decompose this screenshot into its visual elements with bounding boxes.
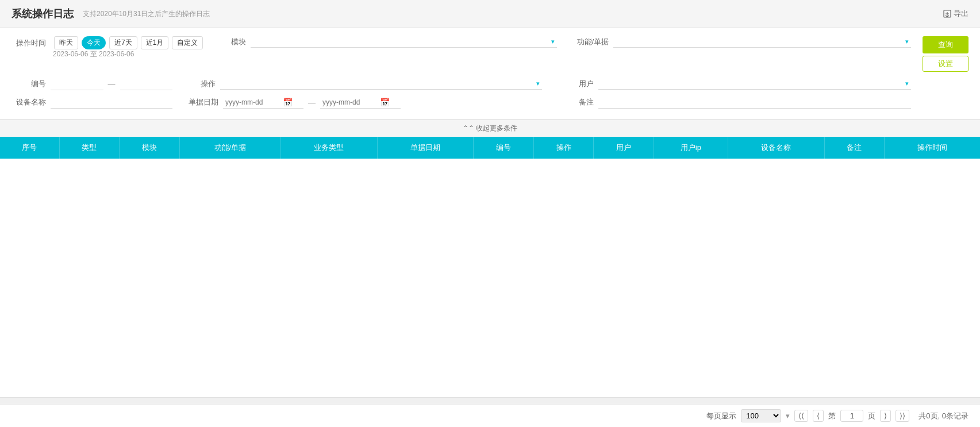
operation-dropdown[interactable]: ▾ xyxy=(220,78,542,90)
prev-page-button[interactable]: ⟨ xyxy=(813,410,824,422)
per-page-label: 每页显示 xyxy=(706,411,736,421)
page-unit: 页 xyxy=(868,411,875,421)
col-biz-type: 业务类型 xyxy=(281,137,378,159)
doc-date-to-wrapper: 📅 xyxy=(320,97,401,109)
no-input-from[interactable] xyxy=(51,78,103,90)
doc-date-separator: — xyxy=(308,98,316,107)
time-btn-today[interactable]: 今天 xyxy=(82,36,106,49)
no-input-to[interactable] xyxy=(120,78,173,90)
col-module: 模块 xyxy=(120,137,179,159)
col-user: 用户 xyxy=(594,137,654,159)
time-btn-custom[interactable]: 自定义 xyxy=(172,36,203,49)
time-btn-7days[interactable]: 近7天 xyxy=(109,36,137,49)
function-chevron-icon: ▾ xyxy=(905,38,909,45)
doc-date-from-wrapper: 📅 xyxy=(223,97,303,109)
remark-label: 备注 xyxy=(554,97,594,107)
calendar-to-icon[interactable]: 📅 xyxy=(380,98,390,107)
per-page-chevron-icon: ▾ xyxy=(786,411,790,420)
doc-date-to[interactable] xyxy=(322,98,380,106)
module-label: 模块 xyxy=(214,37,246,47)
col-device: 设备名称 xyxy=(728,137,824,159)
time-btn-yesterday[interactable]: 昨天 xyxy=(54,36,78,49)
settings-button[interactable]: 设置 xyxy=(923,56,969,72)
col-user-ip: 用户ip xyxy=(654,137,728,159)
user-label: 用户 xyxy=(554,79,594,89)
col-op-time: 操作时间 xyxy=(884,137,980,159)
date-range-display: 2023-06-06 至 2023-06-06 xyxy=(53,50,134,58)
collapse-icon: ⌃⌃ xyxy=(463,124,474,132)
no-label: 编号 xyxy=(11,79,46,89)
collapse-bar[interactable]: ⌃⌃ 收起更多条件 xyxy=(0,120,980,137)
time-label: 操作时间 xyxy=(11,38,46,48)
filter-area: 操作时间 昨天 今天 近7天 近1月 自定义 2023-06-06 至 2023… xyxy=(0,28,980,120)
col-remark: 备注 xyxy=(824,137,884,159)
total-info: 共0页, 0条记录 xyxy=(918,411,969,421)
empty-data-area xyxy=(0,159,980,343)
function-dropdown[interactable]: ▾ xyxy=(613,36,911,48)
operation-label: 操作 xyxy=(184,79,216,89)
horizontal-scrollbar[interactable] xyxy=(0,397,980,404)
col-seq: 序号 xyxy=(0,137,59,159)
first-page-button[interactable]: ⟨⟨ xyxy=(794,410,808,422)
remark-input[interactable] xyxy=(598,96,912,109)
calendar-from-icon[interactable]: 📅 xyxy=(283,98,293,107)
footer-bar: 每页显示 100 10 20 50 200 ▾ ⟨⟨ ⟨ 第 页 ⟩ ⟩⟩ 共0… xyxy=(0,404,980,427)
device-label: 设备名称 xyxy=(11,97,46,107)
table-header-row: 序号 类型 模块 功能/单据 业务类型 单据日期 编号 操作 用户 用户ip 设… xyxy=(0,137,980,159)
no-separator: — xyxy=(108,80,116,89)
page-input[interactable] xyxy=(840,410,863,422)
device-input[interactable] xyxy=(51,96,172,109)
time-options: 昨天 今天 近7天 近1月 自定义 xyxy=(54,36,203,49)
table-area: 序号 类型 模块 功能/单据 业务类型 单据日期 编号 操作 用户 用户ip 设… xyxy=(0,137,980,397)
per-page-select[interactable]: 100 10 20 50 200 xyxy=(741,409,781,422)
operation-chevron-icon: ▾ xyxy=(536,80,540,87)
col-operation: 操作 xyxy=(533,137,593,159)
query-button[interactable]: 查询 xyxy=(923,36,969,53)
module-chevron-icon: ▾ xyxy=(551,38,555,45)
module-dropdown[interactable]: ▾ xyxy=(251,36,557,48)
doc-date-from[interactable] xyxy=(225,98,283,106)
user-chevron-icon: ▾ xyxy=(905,80,909,87)
page-subtitle: 支持2020年10月31日之后产生的操作日志 xyxy=(83,9,210,19)
page-title: 系统操作日志 xyxy=(11,7,74,21)
col-no: 编号 xyxy=(474,137,533,159)
collapse-label: 收起更多条件 xyxy=(476,124,517,132)
doc-date-label: 单据日期 xyxy=(184,97,218,107)
page-header: 系统操作日志 支持2020年10月31日之后产生的操作日志 导出 xyxy=(0,0,980,28)
export-icon xyxy=(943,10,951,18)
col-doc-date: 单据日期 xyxy=(377,137,474,159)
user-dropdown[interactable]: ▾ xyxy=(598,78,912,90)
data-table: 序号 类型 模块 功能/单据 业务类型 单据日期 编号 操作 用户 用户ip 设… xyxy=(0,137,980,159)
page-label: 第 xyxy=(828,411,836,421)
col-type: 类型 xyxy=(59,137,119,159)
next-page-button[interactable]: ⟩ xyxy=(880,410,891,422)
time-btn-1month[interactable]: 近1月 xyxy=(141,36,169,49)
last-page-button[interactable]: ⟩⟩ xyxy=(896,410,909,422)
export-button[interactable]: 导出 xyxy=(943,9,969,19)
function-label: 功能/单据 xyxy=(568,37,609,47)
col-function: 功能/单据 xyxy=(179,137,280,159)
